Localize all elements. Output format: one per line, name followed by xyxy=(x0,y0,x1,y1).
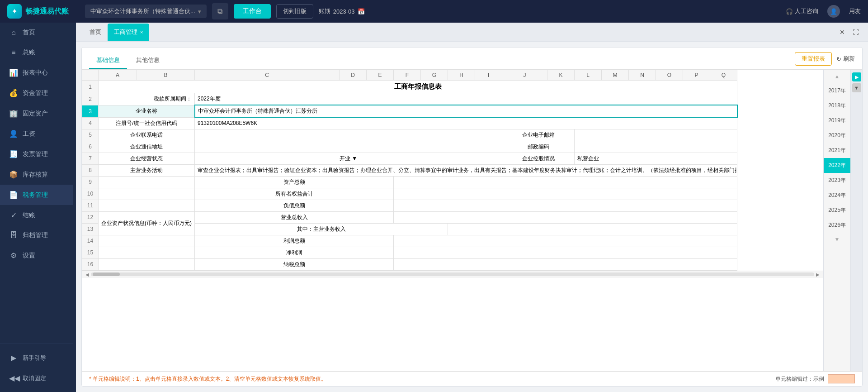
cell-title[interactable]: 工商年报信息表 xyxy=(99,81,737,93)
cell-biz-label[interactable]: 主营业务活动 xyxy=(99,164,195,176)
cell-phone-label[interactable]: 企业联系电话 xyxy=(99,129,195,141)
reset-button[interactable]: 重置报表 xyxy=(795,52,832,66)
cell-asset-label[interactable]: 资产总额 xyxy=(195,176,394,188)
tab-home[interactable]: 首页 xyxy=(83,24,108,41)
cell-profit-value[interactable] xyxy=(394,235,737,247)
sidebar-item-guide[interactable]: ▶ 新手引导 xyxy=(0,348,76,368)
cell-reg-label[interactable]: 注册号/统一社会信用代码 xyxy=(99,117,195,129)
sidebar-item-archive[interactable]: 🗄 归档管理 xyxy=(0,225,76,245)
logo: ✦ 畅捷通易代账 xyxy=(7,4,80,19)
cell-control-value[interactable]: 私营企业 xyxy=(575,153,737,164)
sidebar-item-funds[interactable]: 💰 资金管理 xyxy=(0,83,76,103)
year-down-icon[interactable]: ▼ xyxy=(829,234,845,244)
tab-close-icon[interactable]: × xyxy=(140,29,143,35)
cell-biz-value[interactable]: 审查企业会计报表；出具审计报告；验证企业资本；出具验资报告；办理企业合开、分立、… xyxy=(195,164,737,176)
cell-control-label[interactable]: 企业控股情况 xyxy=(502,153,575,164)
year-2025[interactable]: 2025年 xyxy=(824,203,850,218)
cell-addr-value[interactable] xyxy=(195,141,502,153)
year-2022[interactable]: 2022年 xyxy=(824,158,850,173)
year-2024[interactable]: 2024年 xyxy=(824,188,850,203)
sidebar-item-close[interactable]: ✓ 结账 xyxy=(0,205,76,225)
sidebar-item-inventory[interactable]: 📦 库存核算 xyxy=(0,164,76,185)
scroll-left-icon[interactable]: ◀ xyxy=(84,271,91,278)
subtab-other[interactable]: 其他信息 xyxy=(129,53,167,69)
cell-equity-value[interactable] xyxy=(394,188,737,200)
sidebar-item-ledger[interactable]: ≡ 总账 xyxy=(0,43,76,62)
cell-addr-label[interactable]: 企业通信地址 xyxy=(99,141,195,153)
right-expand-icon[interactable]: ▶ xyxy=(852,72,861,81)
cell-debt-label[interactable]: 负债总额 xyxy=(195,200,394,211)
year-up-icon[interactable]: ▲ xyxy=(829,72,845,81)
topbar-right: 🎧 人工咨询 👤 用友 xyxy=(786,5,861,18)
right-collapse-icon[interactable]: ▼ xyxy=(852,83,861,92)
cell-debt-group xyxy=(99,200,195,211)
cell-main-revenue-label[interactable]: 其中：主营业务收入 xyxy=(195,223,448,235)
sidebar-item-reports[interactable]: 📊 报表中心 xyxy=(0,62,76,83)
cell-tax-value[interactable] xyxy=(394,258,737,270)
year-2026[interactable]: 2026年 xyxy=(824,218,850,233)
sidebar-item-unpin[interactable]: ◀◀ 取消固定 xyxy=(0,368,76,388)
year-nav-down[interactable]: ▼ xyxy=(824,233,850,246)
scroll-right-icon[interactable]: ▶ xyxy=(814,271,821,278)
company-selector[interactable]: 中审众环会计师事务所（特殊普通合伙... ▾ xyxy=(85,5,207,18)
close-window-icon[interactable]: ✕ xyxy=(837,27,847,37)
year-2019[interactable]: 2019年 xyxy=(824,113,850,128)
cell-tax-label[interactable]: 纳税总额 xyxy=(195,258,394,270)
cell-reg-value[interactable]: 91320100MA208E5W6K xyxy=(195,117,737,129)
calendar-icon[interactable]: 📅 xyxy=(358,8,365,15)
sidebar-item-settings[interactable]: ⚙ 设置 xyxy=(0,245,76,266)
cell-zip-value[interactable] xyxy=(575,141,737,153)
cell-email-label[interactable]: 企业电子邮箱 xyxy=(502,129,575,141)
year-2020[interactable]: 2020年 xyxy=(824,128,850,143)
switch-version-button[interactable]: 切到旧版 xyxy=(276,4,313,19)
year-2023[interactable]: 2023年 xyxy=(824,173,850,188)
copy-icon[interactable]: ⧉ xyxy=(212,3,228,19)
cell-profit-label[interactable]: 利润总额 xyxy=(195,235,394,247)
sidebar-item-home[interactable]: ⌂ 首页 xyxy=(0,23,76,43)
cell-status-value[interactable]: 开业 ▼ xyxy=(195,153,502,164)
year-2018[interactable]: 2018年 xyxy=(824,98,850,113)
cell-period-label[interactable]: 税款所属期间： xyxy=(99,93,195,105)
h-scrollbar[interactable]: ◀ ▶ xyxy=(82,271,823,278)
workbench-button[interactable]: 工作台 xyxy=(234,4,271,19)
cell-email-value[interactable] xyxy=(575,129,737,141)
cell-status-label[interactable]: 企业经营状态 xyxy=(99,153,195,164)
cell-equity-label[interactable]: 所有者权益合计 xyxy=(195,188,394,200)
cell-company-label[interactable]: 企业名称 xyxy=(99,105,195,117)
cell-asset-value[interactable] xyxy=(394,176,737,188)
year-2017[interactable]: 2017年 xyxy=(824,83,850,98)
sidebar-item-assets[interactable]: 🏢 固定资产 xyxy=(0,103,76,124)
sidebar-item-wages[interactable]: 👤 工资 xyxy=(0,124,76,144)
cell-zip-label[interactable]: 邮政编码 xyxy=(502,141,575,153)
topbar: ✦ 畅捷通易代账 中审众环会计师事务所（特殊普通合伙... ▾ ⧉ 工作台 切到… xyxy=(0,0,868,23)
spreadsheet-scroll[interactable]: A B C D E F G H I J xyxy=(82,70,823,371)
cell-revenue-value[interactable] xyxy=(394,211,737,223)
reports-icon: 📊 xyxy=(9,68,18,77)
col-q: Q xyxy=(710,70,737,81)
cell-netprofit-value[interactable] xyxy=(394,247,737,258)
cell-revenue-label[interactable]: 营业总收入 xyxy=(195,211,394,223)
invoice-icon: 🧾 xyxy=(9,150,18,158)
cell-netprofit-label[interactable]: 净利润 xyxy=(195,247,394,258)
table-row: 15 净利润 xyxy=(82,247,737,258)
refresh-button[interactable]: ↻ 刷新 xyxy=(836,55,855,63)
expand-icon[interactable]: ⛶ xyxy=(851,27,861,37)
cell-debt-value[interactable] xyxy=(394,200,737,211)
cell-phone-value[interactable] xyxy=(195,129,502,141)
support-button[interactable]: 🎧 人工咨询 xyxy=(786,7,818,15)
sidebar-scroll: ⌂ 首页 ≡ 总账 📊 报表中心 💰 资金管理 🏢 固定资产 👤 工资 xyxy=(0,23,76,344)
table-row: 4 注册号/统一社会信用代码 91320100MA208E5W6K xyxy=(82,117,737,129)
sidebar-item-invoice[interactable]: 🧾 发票管理 xyxy=(0,144,76,164)
cell-period-value[interactable]: 2022年度 xyxy=(195,93,737,105)
h-scrollbar-thumb[interactable] xyxy=(93,272,120,276)
sidebar-item-tax[interactable]: 📄 税务管理 xyxy=(0,185,76,205)
ledger-icon: ≡ xyxy=(9,48,18,57)
year-nav-up[interactable]: ▲ xyxy=(824,70,850,83)
tab-active[interactable]: 工商管理 × xyxy=(108,24,149,41)
subtab-basic[interactable]: 基础信息 xyxy=(89,53,127,69)
wages-icon: 👤 xyxy=(9,129,18,138)
h-scrollbar-track[interactable] xyxy=(91,272,814,276)
cell-main-revenue-value[interactable] xyxy=(448,223,737,235)
cell-company-value[interactable]: 中审众环会计师事务所（特殊普通合伙）江苏分所 xyxy=(195,105,737,117)
year-2021[interactable]: 2021年 xyxy=(824,143,850,158)
